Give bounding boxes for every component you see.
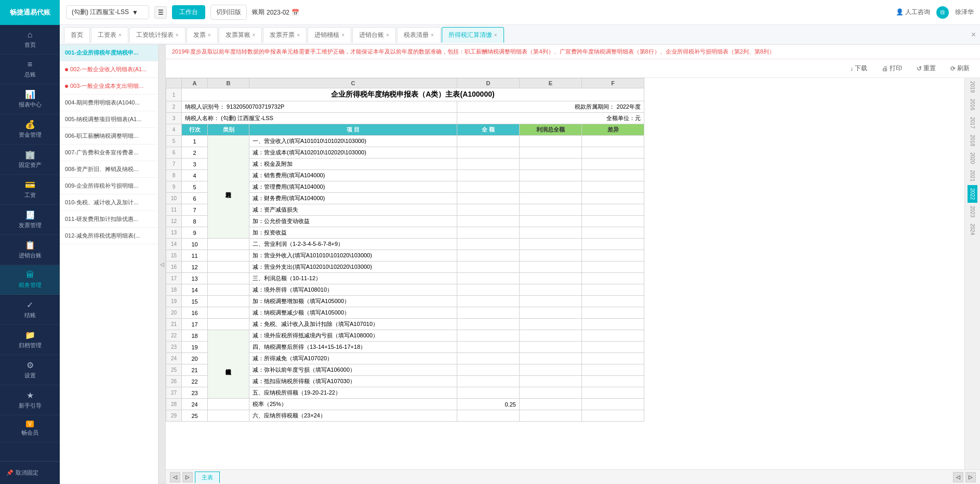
sidebar-item-home[interactable]: ⌂ 首页 xyxy=(0,25,60,55)
tab-home[interactable]: 首页 xyxy=(64,27,90,43)
tab-invoice[interactable]: 发票 × xyxy=(187,27,218,43)
sidebar-item-purchase-sales[interactable]: 📋 进销台账 xyxy=(0,235,60,265)
amount-cell[interactable] xyxy=(457,364,520,376)
sidebar-item-invoice-mgmt[interactable]: 🧾 发票管理 xyxy=(0,205,60,235)
profit-cell[interactable] xyxy=(520,319,582,330)
diff-cell[interactable] xyxy=(582,353,644,364)
left-panel-item-009[interactable]: 009-企业所得税补亏损明细... xyxy=(60,178,158,194)
amount-cell[interactable] xyxy=(457,376,520,387)
amount-cell[interactable] xyxy=(457,342,520,353)
diff-cell[interactable] xyxy=(582,170,644,181)
tab-purchase-ledger[interactable]: 进销台账 × xyxy=(352,27,396,43)
line-num[interactable]: 8 xyxy=(182,216,208,227)
year-item-2016[interactable]: 2016 xyxy=(968,96,977,113)
diff-cell[interactable] xyxy=(582,159,644,170)
diff-cell[interactable] xyxy=(582,216,644,227)
year-item-2022[interactable]: 2022 xyxy=(968,185,977,203)
sidebar-item-capital-mgmt[interactable]: 💰 资金管理 xyxy=(0,114,60,145)
amount-cell[interactable] xyxy=(457,193,520,204)
profit-cell[interactable] xyxy=(520,330,582,342)
company-selector[interactable]: (勾删) 江西服宝-LSS ▼ xyxy=(66,5,149,19)
scroll-left-button[interactable]: ◁ xyxy=(953,472,963,482)
line-num[interactable]: 19 xyxy=(182,342,208,353)
line-num[interactable]: 23 xyxy=(182,387,208,399)
line-num[interactable]: 14 xyxy=(182,284,208,296)
tab-close-icon[interactable]: × xyxy=(431,32,434,38)
left-panel-item-012[interactable]: 012-减免所得税优惠明细表(... xyxy=(60,228,158,244)
profit-cell[interactable] xyxy=(520,353,582,364)
diff-cell[interactable] xyxy=(582,330,644,342)
line-num[interactable]: 7 xyxy=(182,204,208,216)
profit-cell[interactable] xyxy=(520,181,582,193)
diff-cell[interactable] xyxy=(582,364,644,376)
diff-cell[interactable] xyxy=(582,410,644,422)
amount-cell[interactable] xyxy=(457,147,520,159)
sidebar-item-fixed-assets[interactable]: 🏢 固定资产 xyxy=(0,145,60,175)
tab-invoice-open[interactable]: 发票开票 × xyxy=(263,27,307,43)
reset-button[interactable]: ↺ 重置 xyxy=(912,62,940,74)
diff-cell[interactable] xyxy=(582,193,644,204)
amount-cell[interactable] xyxy=(457,410,520,422)
left-panel-item-011[interactable]: 011-研发费用加计扣除优惠... xyxy=(60,211,158,228)
profit-cell[interactable] xyxy=(520,296,582,307)
profit-cell[interactable] xyxy=(520,284,582,296)
diff-cell[interactable] xyxy=(582,342,644,353)
profit-cell[interactable] xyxy=(520,261,582,273)
nav-prev-button[interactable]: ◁ xyxy=(170,472,180,482)
line-num[interactable]: 11 xyxy=(182,250,208,261)
amount-cell[interactable] xyxy=(457,170,520,181)
amount-cell[interactable] xyxy=(457,273,520,284)
tab-invoice-calc[interactable]: 发票算账 × xyxy=(219,27,262,43)
tab-income-tax[interactable]: 所得税汇算清缴 × xyxy=(442,27,504,43)
line-num[interactable]: 21 xyxy=(182,364,208,376)
line-num[interactable]: 1 xyxy=(182,136,208,147)
amount-cell[interactable] xyxy=(457,204,520,216)
amount-cell[interactable] xyxy=(457,250,520,261)
amount-cell[interactable] xyxy=(457,330,520,342)
sidebar-item-report-center[interactable]: 📊 报表中心 xyxy=(0,84,60,114)
collapse-button[interactable]: ◁ xyxy=(158,45,166,484)
spreadsheet-area[interactable]: A B C D E F xyxy=(166,78,964,469)
tab-payroll-report[interactable]: 工资统计报表 × xyxy=(129,27,186,43)
profit-cell[interactable] xyxy=(520,387,582,399)
download-button[interactable]: ↓ 下载 xyxy=(846,62,871,74)
diff-cell[interactable] xyxy=(582,227,644,239)
profit-cell[interactable] xyxy=(520,170,582,181)
tab-close-icon[interactable]: × xyxy=(341,32,345,38)
user-service-button[interactable]: 👤 人工咨询 xyxy=(896,8,930,17)
diff-cell[interactable] xyxy=(582,239,644,250)
document-icon[interactable]: ☰ xyxy=(154,6,167,19)
tab-close-icon[interactable]: × xyxy=(494,32,497,38)
profit-cell[interactable] xyxy=(520,216,582,227)
refresh-button[interactable]: ⟳ 刷新 xyxy=(946,62,974,74)
line-num[interactable]: 2 xyxy=(182,147,208,159)
tab-close-icon[interactable]: × xyxy=(253,32,256,38)
window-close-icon[interactable]: × xyxy=(971,30,976,40)
amount-cell[interactable] xyxy=(457,319,520,330)
calendar-icon[interactable]: 📅 xyxy=(292,9,299,16)
amount-cell[interactable] xyxy=(457,239,520,250)
scroll-right-button[interactable]: ▷ xyxy=(965,472,976,482)
diff-cell[interactable] xyxy=(582,136,644,147)
tab-close-icon[interactable]: × xyxy=(208,32,211,38)
profit-cell[interactable] xyxy=(520,307,582,319)
year-item-2020[interactable]: 2020 xyxy=(968,149,977,167)
diff-cell[interactable] xyxy=(582,399,644,410)
amount-cell[interactable] xyxy=(457,216,520,227)
amount-cell[interactable]: 0.25 xyxy=(457,399,520,410)
profit-cell[interactable] xyxy=(520,273,582,284)
profit-cell[interactable] xyxy=(520,250,582,261)
amount-cell[interactable] xyxy=(457,136,520,147)
amount-cell[interactable] xyxy=(457,181,520,193)
left-panel-item-001[interactable]: 001-企业所得税年度纳税申... xyxy=(60,45,158,61)
diff-cell[interactable] xyxy=(582,147,644,159)
amount-cell[interactable] xyxy=(457,387,520,399)
diff-cell[interactable] xyxy=(582,181,644,193)
profit-cell[interactable] xyxy=(520,147,582,159)
tab-payroll[interactable]: 工资表 × xyxy=(91,27,128,43)
left-panel-item-007[interactable]: 007-广告费和业务宣传费暑... xyxy=(60,145,158,161)
left-panel-item-003[interactable]: 003-一般企业成本支出明细... xyxy=(60,78,158,95)
diff-cell[interactable] xyxy=(582,250,644,261)
profit-cell[interactable] xyxy=(520,410,582,422)
print-button[interactable]: 🖨 打印 xyxy=(878,62,906,74)
